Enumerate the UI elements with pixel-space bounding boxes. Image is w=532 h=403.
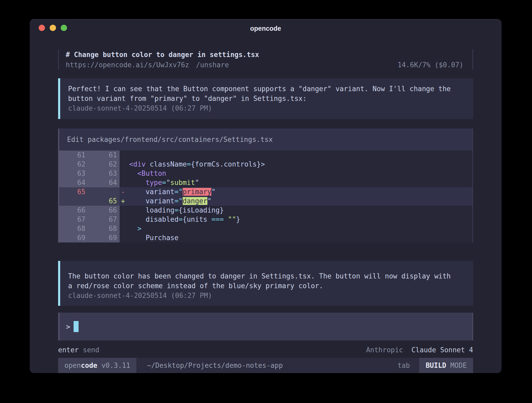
- diff-row: 6666 loading={isLoading}: [59, 206, 472, 215]
- hint-bar: enter send Anthropic Claude Sonnet 4: [58, 346, 473, 354]
- mode-name: BUILD: [426, 361, 446, 369]
- provider-name: Anthropic: [366, 346, 403, 354]
- diff-row: 65+ variant="danger": [59, 197, 472, 206]
- assistant-message-2: The button color has been changed to dan…: [58, 261, 473, 306]
- model-indicator: Anthropic Claude Sonnet 4: [366, 346, 473, 354]
- prompt-symbol: >: [66, 323, 70, 331]
- window-title: opencode: [30, 25, 502, 32]
- edit-tool-title: Edit packages/frontend/src/containers/Se…: [59, 128, 472, 151]
- unshare-command[interactable]: /unshare: [196, 61, 229, 69]
- share-url[interactable]: https://opencode.ai/s/UwJxv76z: [66, 61, 189, 69]
- diff-row: 6161: [59, 151, 472, 160]
- model-timestamp: claude-sonnet-4-20250514 (06:27 PM): [68, 104, 468, 113]
- prompt-input[interactable]: >: [58, 313, 473, 340]
- brand-open: open: [64, 361, 81, 369]
- assistant-message-1: Perfect! I can see that the Button compo…: [58, 78, 473, 119]
- session-subline: https://opencode.ai/s/UwJxv76z /unshare …: [66, 61, 463, 69]
- model-timestamp: claude-sonnet-4-20250514 (06:27 PM): [68, 291, 468, 301]
- diff-row: 6464 type="submit": [59, 178, 472, 187]
- model-name: Claude Sonnet 4: [411, 346, 473, 354]
- working-directory: ~/Desktop/Projects/demo-notes-app: [147, 358, 283, 373]
- diff-row: 6262 <div className={formCs.controls}>: [59, 160, 472, 169]
- session-header: # Change button color to danger in setti…: [58, 49, 473, 69]
- session-title: # Change button color to danger in setti…: [66, 51, 463, 59]
- status-bar: opencode v0.3.11 ~/Desktop/Projects/demo…: [58, 358, 473, 373]
- edit-tool-block: Edit packages/frontend/src/containers/Se…: [58, 128, 473, 242]
- diff-row: 6868 >: [59, 224, 472, 233]
- titlebar: opencode: [30, 19, 502, 36]
- opencode-window: opencode # Change button color to danger…: [30, 19, 502, 373]
- text-cursor: [74, 321, 79, 332]
- mode-segment[interactable]: BUILD MODE: [419, 358, 473, 373]
- enter-key-hint: enter: [58, 346, 79, 354]
- token-cost-stats: 14.6K/7% ($0.07): [398, 61, 463, 69]
- app-version: v0.3.11: [97, 361, 130, 369]
- send-hint-label: send: [83, 346, 99, 354]
- mode-suffix: MODE: [446, 361, 467, 369]
- diff-view: 6161 6262 <div className={formCs.control…: [59, 151, 472, 242]
- diff-row: 6969 Purchase: [59, 233, 472, 242]
- diff-row: 65- variant="primary": [59, 187, 472, 197]
- assistant-message-text: The button color has been changed to dan…: [68, 271, 468, 291]
- app-version-segment: opencode v0.3.11: [58, 358, 136, 373]
- brand-code: code: [81, 361, 98, 369]
- tab-key-hint[interactable]: tab: [397, 358, 419, 373]
- content-area: # Change button color to danger in setti…: [30, 36, 502, 373]
- diff-row: 6363 <Button: [59, 169, 472, 178]
- assistant-message-text: Perfect! I can see that the Button compo…: [68, 84, 468, 104]
- diff-row: 6767 disabled={units === ""}: [59, 215, 472, 224]
